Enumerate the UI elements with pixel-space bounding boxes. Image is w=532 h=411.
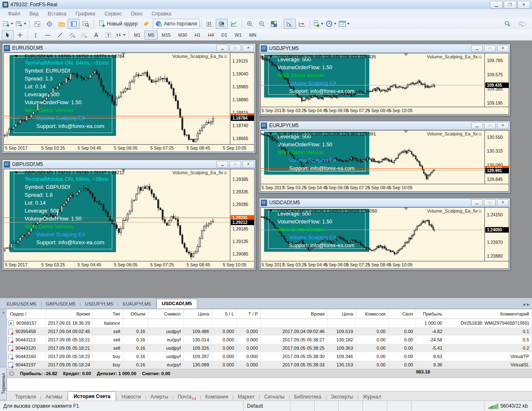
zoom-out-button[interactable] xyxy=(256,19,268,29)
column-header-1[interactable]: Время xyxy=(46,309,93,318)
crosshair-button[interactable] xyxy=(14,30,26,40)
status-profile[interactable]: Default xyxy=(243,401,290,411)
menu-item-4[interactable]: Сервис xyxy=(100,11,126,17)
column-header-0[interactable]: Ордер / xyxy=(7,309,46,318)
column-header-2[interactable]: Тип xyxy=(93,309,123,318)
minimize-button[interactable]: ▁ xyxy=(217,161,228,168)
search-icon[interactable] xyxy=(501,19,513,29)
maximize-button[interactable]: □ xyxy=(484,199,496,206)
minimize-button[interactable]: ▁ xyxy=(471,122,483,129)
maximize-button[interactable]: □ xyxy=(229,45,241,52)
close-button[interactable]: ✕ xyxy=(497,122,509,129)
chart-plot[interactable]: TerminalMonitor ON, 84ms, ~31msSymbol: E… xyxy=(4,53,230,145)
menu-item-6[interactable]: Справка xyxy=(147,11,176,17)
autotrading-button[interactable]: Авто-торговля xyxy=(153,19,200,29)
chart-window-titlebar[interactable]: EURUSDf,M5▁□✕ xyxy=(3,44,255,53)
maximize-button[interactable]: □ xyxy=(484,45,496,52)
line-chart-button[interactable] xyxy=(228,19,240,29)
quote-dropdown-icon[interactable] xyxy=(269,55,272,58)
column-header-6[interactable]: S / L xyxy=(212,309,237,318)
minimize-button[interactable]: ▁ xyxy=(490,1,503,9)
chart-plot[interactable]: TerminalMonitor ON, 69ms, ~28msSymbol: G… xyxy=(4,169,230,261)
chart-tab-eurjpyf[interactable]: EURJPYf,M5 xyxy=(119,300,155,308)
templates-button[interactable] xyxy=(338,19,351,29)
minimize-button[interactable]: ▁ xyxy=(471,45,483,52)
minimize-button[interactable]: ▁ xyxy=(217,45,228,52)
column-header-4[interactable]: Символ xyxy=(148,309,184,318)
horizontal-line-button[interactable]: — xyxy=(42,30,54,40)
timeframe-button-m15[interactable]: M15 xyxy=(159,30,174,40)
chart-window-titlebar[interactable]: USDCADf,M5▁□✕ xyxy=(260,198,510,207)
equidistant-channel-button[interactable]: E xyxy=(66,30,78,40)
chart-plot[interactable]: Leverage: 500VolumeOrderFlow: 1.50Work D… xyxy=(261,130,485,184)
column-header-5[interactable]: Цена xyxy=(184,309,212,318)
arrows-button[interactable] xyxy=(114,30,127,40)
vertical-line-button[interactable]: | xyxy=(30,30,42,40)
chart-plot[interactable]: Leverage: 500VolumeOrderFlow: 1.50Work D… xyxy=(261,53,485,107)
timeframe-button-h1[interactable]: H1 xyxy=(191,30,204,40)
periods-button[interactable] xyxy=(325,19,338,29)
new-order-button[interactable]: Новый ордер xyxy=(96,19,141,29)
timeframe-button-h4[interactable]: H4 xyxy=(204,30,217,40)
restore-button[interactable]: ❐ xyxy=(504,1,517,9)
history-row[interactable]: 903681572017.09.01 18:36:29balance1 000.… xyxy=(7,319,532,327)
close-button[interactable]: ✕ xyxy=(242,45,254,52)
auto-scroll-button[interactable] xyxy=(284,19,296,29)
history-row[interactable]: 904431602017.09.05 05:18:22buy0.16usdjpy… xyxy=(7,352,532,361)
column-header-9[interactable]: Цена xyxy=(328,309,356,318)
tab-scroll-right-icon[interactable]: ▶ xyxy=(527,303,529,306)
close-button[interactable]: ✕ xyxy=(497,45,509,52)
bar-chart-button[interactable] xyxy=(204,19,216,29)
chart-tab-eurusdf[interactable]: EURUSDf,M5 xyxy=(3,300,40,308)
timeframe-button-d1[interactable]: D1 xyxy=(218,30,231,40)
new-chart-button[interactable] xyxy=(2,19,15,29)
terminal-close-icon[interactable]: × xyxy=(0,310,7,316)
column-header-8[interactable]: Время xyxy=(261,309,328,318)
column-header-12[interactable]: Прибыль xyxy=(416,309,445,318)
timeframe-button-w1[interactable]: W1 xyxy=(232,30,245,40)
navigator-button[interactable] xyxy=(55,19,68,29)
quote-dropdown-icon[interactable] xyxy=(15,171,18,174)
history-row[interactable]: 904431972017.09.05 05:18:24buy0.16eurjpy… xyxy=(7,361,532,369)
data-window-button[interactable] xyxy=(43,19,55,29)
chat-icon[interactable] xyxy=(516,19,528,29)
chart-tab-usdjpyf[interactable]: USDJPYf,M5 xyxy=(81,300,118,308)
maximize-button[interactable]: □ xyxy=(229,161,241,168)
cursor-button[interactable] xyxy=(2,30,14,40)
maximize-button[interactable]: □ xyxy=(484,122,496,129)
zoom-in-button[interactable] xyxy=(244,19,256,29)
terminal-button[interactable] xyxy=(68,19,80,29)
tab-scroll-left-icon[interactable]: ◀ xyxy=(523,303,525,306)
chart-plot[interactable]: Leverage: 500VolumeOrderFlow: 1.50Work D… xyxy=(261,208,485,261)
chart-window-titlebar[interactable]: GBPUSDf,M5▁□✕ xyxy=(3,160,255,169)
column-header-11[interactable]: Своп xyxy=(388,309,416,318)
timeframe-button-m5[interactable]: M5 xyxy=(144,30,157,40)
timeframe-button-mn[interactable]: MN xyxy=(246,30,260,40)
text-button[interactable]: A xyxy=(90,30,102,40)
terminal-side-tab[interactable]: Терминал xyxy=(0,367,7,400)
quote-dropdown-icon[interactable] xyxy=(269,133,272,135)
text-label-button[interactable]: T xyxy=(102,30,114,40)
column-header-10[interactable]: Комиссия xyxy=(356,309,388,318)
fibonacci-button[interactable]: F xyxy=(78,30,90,40)
chart-window-titlebar[interactable]: USDJPYf,M5▁□✕ xyxy=(260,44,510,53)
profiles-button[interactable] xyxy=(15,19,28,29)
trendline-button[interactable] xyxy=(54,30,66,40)
close-button[interactable]: ✕ xyxy=(497,199,509,206)
close-button[interactable]: ✕ xyxy=(517,1,530,9)
minimize-button[interactable]: ▁ xyxy=(471,199,483,206)
column-header-7[interactable]: T / P xyxy=(237,309,261,318)
chart-shift-button[interactable] xyxy=(296,19,308,29)
timeframe-button-m1[interactable]: M1 xyxy=(131,30,144,40)
menu-item-3[interactable]: Графики xyxy=(71,11,100,17)
column-header-13[interactable]: Комментарий xyxy=(445,309,532,318)
quote-dropdown-icon[interactable] xyxy=(15,55,18,58)
history-row[interactable]: 903954582017.09.04 09:02:45sell0.16usdjp… xyxy=(7,327,532,336)
menu-item-5[interactable]: Окно xyxy=(126,11,147,17)
close-button[interactable]: ✕ xyxy=(242,161,254,168)
strategy-tester-button[interactable] xyxy=(80,19,92,29)
metaeditor-button[interactable] xyxy=(141,19,153,29)
quote-dropdown-icon[interactable] xyxy=(269,210,272,212)
indicators-button[interactable] xyxy=(312,19,325,29)
menu-item-0[interactable]: Файл xyxy=(3,11,25,17)
